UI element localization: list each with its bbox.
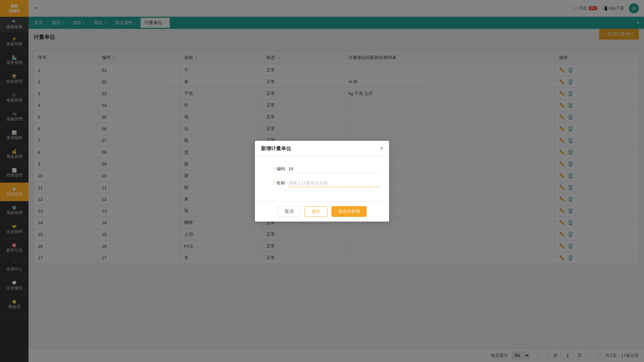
modal-close-button[interactable]: × xyxy=(380,145,383,152)
modal-footer: 取消 保存 保存并新增 xyxy=(255,201,389,222)
code-input[interactable] xyxy=(288,165,379,173)
name-label: 名称 xyxy=(265,180,285,186)
add-unit-modal: 新增计量单位 × 编码 名称 取消 保存 保存并新增 xyxy=(255,141,389,222)
save-and-new-button[interactable]: 保存并新增 xyxy=(331,206,367,217)
modal-body: 编码 名称 xyxy=(255,157,389,201)
name-form-row: 名称 xyxy=(265,179,379,187)
name-input[interactable] xyxy=(288,179,379,187)
modal-overlay: 新增计量单位 × 编码 名称 取消 保存 保存并新增 xyxy=(0,0,644,362)
code-label: 编码 xyxy=(265,166,285,172)
code-form-row: 编码 xyxy=(265,165,379,173)
modal-title: 新增计量单位 xyxy=(261,145,291,152)
save-button[interactable]: 保存 xyxy=(305,206,327,217)
cancel-button[interactable]: 取消 xyxy=(278,206,301,217)
modal-header: 新增计量单位 × xyxy=(255,141,389,157)
